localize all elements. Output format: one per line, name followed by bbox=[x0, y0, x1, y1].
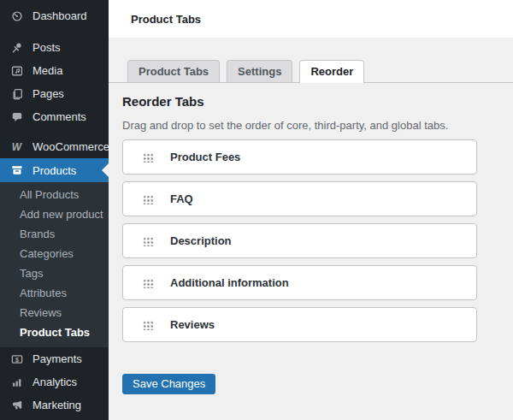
main-content: Product Tabs Product Tabs Settings Reord… bbox=[109, 0, 513, 420]
sidebar-item-label: Analytics bbox=[32, 376, 77, 388]
megaphone-icon bbox=[10, 399, 23, 411]
submenu-item-reviews[interactable]: Reviews bbox=[0, 303, 109, 322]
sortable-item-faq[interactable]: FAQ bbox=[122, 181, 477, 216]
submenu-item-tags[interactable]: Tags bbox=[0, 263, 109, 283]
tab-product-tabs[interactable]: Product Tabs bbox=[127, 60, 220, 82]
drag-handle-icon[interactable] bbox=[143, 194, 154, 204]
submenu-item-attributes[interactable]: Attributes bbox=[0, 283, 109, 303]
sidebar-item-media[interactable]: Media bbox=[0, 59, 109, 82]
submenu-item-all-products[interactable]: All Products bbox=[0, 185, 109, 204]
tab-bar: Product Tabs Settings Reorder bbox=[109, 60, 513, 83]
sidebar-item-label: Pages bbox=[32, 87, 64, 100]
sortable-item-description[interactable]: Description bbox=[122, 223, 477, 258]
admin-sidebar: Dashboard Posts Media Pages Commen bbox=[0, 0, 109, 420]
comments-icon bbox=[10, 110, 23, 123]
payments-icon: $ bbox=[10, 352, 23, 365]
drag-handle-icon[interactable] bbox=[143, 320, 154, 330]
sidebar-item-label: Products bbox=[32, 164, 76, 177]
sidebar-item-products[interactable]: Products bbox=[0, 158, 109, 182]
section-description: Drag and drop to set the order of core, … bbox=[122, 119, 513, 132]
products-submenu: All Products Add new product Brands Cate… bbox=[0, 182, 109, 347]
sidebar-item-label: Payments bbox=[32, 352, 82, 365]
sidebar-item-woocommerce[interactable]: W WooCommerce bbox=[0, 135, 109, 158]
sidebar-item-marketing[interactable]: Marketing bbox=[0, 393, 109, 417]
sidebar-item-label: Marketing bbox=[32, 399, 81, 411]
analytics-bars-icon bbox=[10, 376, 23, 388]
sortable-tab-list: Product Fees FAQ Description Additional … bbox=[122, 139, 477, 342]
drag-handle-icon[interactable] bbox=[143, 152, 154, 163]
sidebar-separator bbox=[0, 27, 109, 36]
products-box-icon bbox=[10, 164, 23, 177]
woocommerce-admin-page: Dashboard Posts Media Pages Commen bbox=[0, 0, 513, 420]
save-changes-button[interactable]: Save Changes bbox=[122, 374, 215, 394]
sidebar-item-payments[interactable]: $ Payments bbox=[0, 347, 109, 370]
sidebar-item-posts[interactable]: Posts bbox=[0, 36, 109, 59]
drag-handle-icon[interactable] bbox=[143, 278, 154, 288]
sidebar-item-label: Dashboard bbox=[32, 9, 87, 22]
sidebar-separator bbox=[0, 128, 109, 135]
sidebar-item-comments[interactable]: Comments bbox=[0, 105, 109, 128]
submenu-item-product-tabs[interactable]: Product Tabs bbox=[0, 322, 109, 342]
sidebar-item-pages[interactable]: Pages bbox=[0, 82, 109, 105]
submenu-item-categories[interactable]: Categories bbox=[0, 244, 109, 263]
tab-reorder[interactable]: Reorder bbox=[299, 60, 364, 83]
section-heading: Reorder Tabs bbox=[122, 94, 513, 109]
sidebar-item-analytics[interactable]: Analytics bbox=[0, 370, 109, 393]
drag-handle-icon[interactable] bbox=[143, 236, 154, 246]
dashboard-icon bbox=[10, 9, 23, 22]
sortable-item-label: Reviews bbox=[170, 318, 215, 331]
svg-text:$: $ bbox=[15, 356, 19, 363]
submenu-item-add-new-product[interactable]: Add new product bbox=[0, 204, 109, 224]
reorder-section: Reorder Tabs Drag and drop to set the or… bbox=[109, 83, 513, 394]
media-icon bbox=[10, 64, 23, 77]
submenu-item-brands[interactable]: Brands bbox=[0, 224, 109, 244]
sortable-item-label: Additional information bbox=[170, 276, 289, 289]
pages-icon bbox=[10, 87, 23, 100]
sidebar-item-label: Comments bbox=[32, 110, 86, 123]
pin-icon bbox=[10, 41, 23, 54]
tab-settings[interactable]: Settings bbox=[227, 60, 292, 82]
sortable-item-product-fees[interactable]: Product Fees bbox=[122, 139, 477, 175]
sortable-item-label: FAQ bbox=[170, 192, 193, 205]
sortable-item-reviews[interactable]: Reviews bbox=[122, 307, 477, 342]
woocommerce-w-icon: W bbox=[10, 140, 23, 153]
sortable-item-label: Description bbox=[170, 234, 232, 247]
sidebar-item-dashboard[interactable]: Dashboard bbox=[0, 4, 109, 27]
sortable-item-additional-information[interactable]: Additional information bbox=[122, 265, 477, 300]
page-header: Product Tabs bbox=[109, 0, 513, 38]
sidebar-item-label: Posts bbox=[32, 41, 61, 54]
sidebar-item-label: Media bbox=[32, 64, 62, 77]
sortable-item-label: Product Fees bbox=[170, 151, 240, 163]
page-title: Product Tabs bbox=[131, 13, 201, 26]
sidebar-item-label: WooCommerce bbox=[32, 140, 109, 153]
